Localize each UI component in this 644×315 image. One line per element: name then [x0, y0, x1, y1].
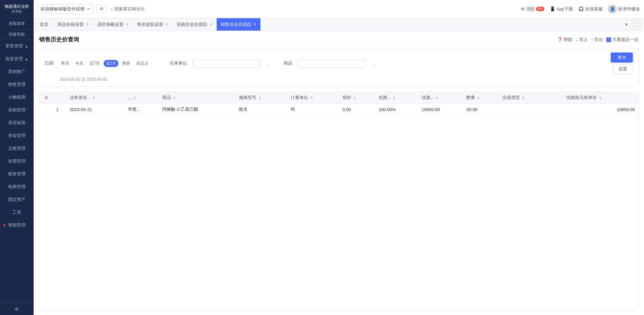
- tab-purchase-strategy-label: 进价策略设置: [97, 22, 123, 28]
- help-label: 帮助: [564, 37, 572, 43]
- settings-button[interactable]: 设置: [613, 64, 633, 74]
- sidebar-item-wholesale[interactable]: 批发管理 ▲: [0, 53, 34, 65]
- page-title: 销售历史价查询: [39, 36, 79, 43]
- gear-icon: ⚙: [15, 307, 19, 312]
- th-unit[interactable]: 计量单位 ⇅: [287, 92, 339, 104]
- filter-area: 日期 昨天 今天 近7天 近1月 更多 自定义 往来单位 ... 商品 ... …: [39, 48, 639, 87]
- sort-icon: ⇅: [436, 96, 438, 100]
- query-button[interactable]: 查询: [611, 53, 633, 63]
- th-biz-date[interactable]: 业务发生... ⇅: [66, 92, 124, 104]
- user-name: 徐泽华修改: [618, 6, 640, 12]
- close-icon[interactable]: ✕: [253, 23, 256, 26]
- search-menu[interactable]: 搜索菜单: [0, 18, 34, 30]
- table-container: ⚙ 业务发生... ⇅ ... ⇅ 商品 ⇅ 规格型号 ⇅ 计量单位 ⇅ 报价 …: [39, 92, 639, 310]
- tab-price-label: 商品价格设置: [58, 22, 84, 28]
- export-link[interactable]: ↑ 导出: [591, 37, 603, 43]
- logo-line1: 畅捷通好业财: [5, 4, 29, 9]
- filter-row-date: 日期 昨天 今天 近7天 近1月 更多 自定义 往来单位 ... 商品 ... …: [45, 53, 633, 74]
- th-discount1[interactable]: 优惠... ⇅: [375, 92, 418, 104]
- date-opt-more[interactable]: 更多: [120, 60, 133, 67]
- tabs-bar: 首页 商品价格设置 ✕ 进价策略设置 ✕ 售价提取设置 ✕ 采购历史价跟踪 ✕ …: [34, 18, 644, 31]
- help-link[interactable]: ❓ 帮助: [557, 37, 572, 43]
- sidebar-settings-btn[interactable]: ⚙: [0, 303, 34, 315]
- th-extra[interactable]: ... ⇅: [124, 92, 159, 104]
- th-pretax-price[interactable]: 优惠前无税单价 ⇅: [563, 92, 638, 104]
- th-seq: [53, 92, 66, 104]
- sidebar-item-tax[interactable]: 税务管理: [0, 168, 34, 180]
- message-btn[interactable]: ✉ 消息 99+: [521, 6, 544, 12]
- source-unit-input[interactable]: [192, 59, 260, 68]
- sidebar: 畅捷通好业财 标准版 搜索菜单 快捷导航 零售管理 ▲ 批发管理 ▲ 营销推广 …: [0, 0, 34, 315]
- demo-link[interactable]: ○ 我要看实例演示: [110, 6, 145, 12]
- tab-sale-history[interactable]: 销售历史价跟踪 ✕: [217, 18, 261, 31]
- online-service-btn[interactable]: 🎧 在线客服: [578, 6, 603, 12]
- tab-purchase-history[interactable]: 采购历史价跟踪 ✕: [173, 18, 217, 31]
- sidebar-item-finance[interactable]: 资金管理: [0, 129, 34, 142]
- sidebar-item-ecom[interactable]: 电商管理: [0, 180, 34, 193]
- th-price[interactable]: 报价 ⇅: [339, 92, 375, 104]
- sidebar-item-invoice[interactable]: 发票管理: [0, 155, 34, 168]
- close-icon[interactable]: ✕: [126, 23, 129, 26]
- app-download-btn[interactable]: 📱 App下载: [550, 6, 573, 12]
- demo-label: 我要看实例演示: [114, 6, 145, 12]
- date-opt-yesterday[interactable]: 昨天: [59, 60, 72, 67]
- source-unit-label: 往来单位: [170, 60, 187, 66]
- close-icon[interactable]: ✕: [86, 23, 89, 26]
- sort-icon: ⇅: [393, 96, 395, 100]
- th-spec[interactable]: 规格型号 ⇅: [236, 92, 287, 104]
- sidebar-item-sales[interactable]: 销售管理: [0, 78, 34, 91]
- sidebar-item-ledger[interactable]: 总账管理: [0, 142, 34, 155]
- sidebar-item-marketing[interactable]: 营销推广: [0, 65, 34, 78]
- tab-home[interactable]: 首页: [35, 18, 53, 31]
- td-seq: 1: [53, 104, 66, 115]
- quick-nav[interactable]: 快捷导航: [0, 30, 34, 40]
- product-selector[interactable]: 好业财标准版交付试用 ▼: [38, 4, 93, 14]
- chevron-down-icon: ▼: [86, 7, 90, 11]
- maximize-tab-btn[interactable]: ⛶: [633, 21, 641, 29]
- th-product[interactable]: 商品 ⇅: [159, 92, 236, 104]
- import-icon: ↓: [576, 37, 578, 42]
- tab-sale-history-label: 销售历史价跟踪: [221, 22, 251, 28]
- source-unit-dots[interactable]: ...: [265, 61, 272, 66]
- sidebar-item-ecom-small[interactable]: 小畅电商: [0, 91, 34, 104]
- product-input[interactable]: [298, 59, 365, 68]
- close-icon[interactable]: ✕: [209, 23, 212, 26]
- th-discount2[interactable]: 优惠... ⇅: [418, 92, 463, 104]
- sidebar-item-purchase[interactable]: 采购管理: [0, 104, 34, 116]
- sidebar-item-retail[interactable]: 零售管理 ▲: [0, 40, 34, 53]
- date-range-display: 2023-05-02 至 2023-06-02: [60, 77, 107, 82]
- content-area: 销售历史价查询 ❓ 帮助 ↓ 导入 ↑ 导出 ✓ 只看最后一次: [34, 31, 644, 315]
- tab-sale-extract[interactable]: 售价提取设置 ✕: [133, 18, 173, 31]
- close-icon[interactable]: ✕: [165, 23, 168, 26]
- date-opt-last1m[interactable]: 近1月: [104, 60, 119, 67]
- sidebar-item-inventory[interactable]: 库存核算: [0, 116, 34, 129]
- product-dots[interactable]: ...: [370, 61, 377, 66]
- date-opt-last7[interactable]: 近7天: [87, 60, 102, 67]
- th-settings[interactable]: ⚙: [39, 92, 53, 104]
- date-opt-custom[interactable]: 自定义: [134, 60, 151, 67]
- tab-purchase-strategy[interactable]: 进价策略设置 ✕: [93, 18, 133, 31]
- product-selector-label: 好业财标准版交付试用: [41, 6, 84, 12]
- sort-icon: ⇅: [173, 96, 176, 100]
- tabs-actions: ✕ ⛶: [620, 21, 643, 29]
- th-quantity[interactable]: 数量 ⇅: [463, 92, 499, 104]
- import-link[interactable]: ↓ 导入: [576, 37, 588, 43]
- sort-icon: ⇅: [599, 96, 602, 100]
- page-header: 销售历史价查询 ❓ 帮助 ↓ 导入 ↑ 导出 ✓ 只看最后一次: [39, 36, 639, 43]
- sidebar-item-fixed[interactable]: 固定资产: [0, 193, 34, 206]
- td-product: 丙烯酸-2-乙基己酯: [159, 104, 236, 115]
- tab-price[interactable]: 商品价格设置 ✕: [53, 18, 93, 31]
- sort-icon: ⇅: [258, 96, 261, 100]
- tab-purchase-history-label: 采购历史价跟踪: [177, 22, 207, 28]
- last-only-label: 只看最后一次: [612, 37, 639, 43]
- sidebar-item-smart[interactable]: 智能管理: [0, 219, 34, 232]
- sidebar-item-salary[interactable]: 工资: [0, 206, 34, 219]
- user-btn[interactable]: 👤 徐泽华修改: [608, 5, 640, 13]
- last-only-checkbox[interactable]: ✓ 只看最后一次: [606, 37, 639, 43]
- date-opt-today[interactable]: 今天: [73, 60, 86, 67]
- sort-icon: ⇅: [310, 96, 313, 100]
- app-label: App下载: [557, 6, 573, 12]
- th-tx-type[interactable]: 交易类型 ⇅: [499, 92, 551, 104]
- topbar-settings-btn[interactable]: ⚙: [97, 5, 107, 13]
- close-tab-btn[interactable]: ✕: [622, 21, 631, 29]
